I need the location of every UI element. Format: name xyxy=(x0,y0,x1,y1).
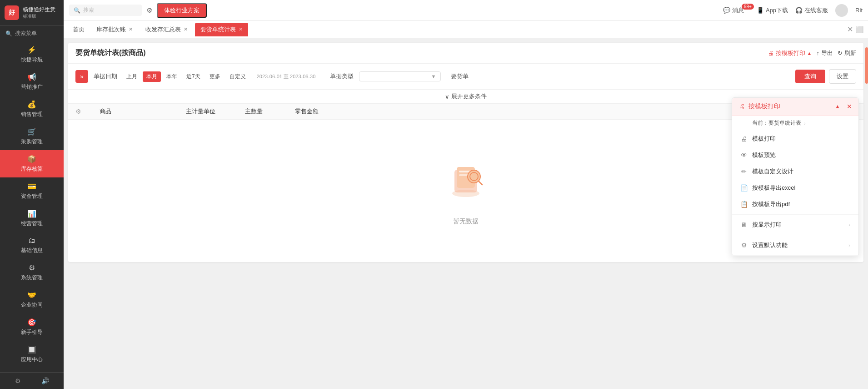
topbar-search[interactable]: 🔍 搜索 xyxy=(69,5,142,16)
message-btn[interactable]: 💬 消息 99+ xyxy=(723,6,749,15)
dropdown-label-template-excel: 按模板导出excel xyxy=(752,184,850,192)
dropdown-item-template-print[interactable]: 🖨 模板打印 xyxy=(732,131,858,147)
sidebar-item-collab[interactable]: 🤝 企业协同 xyxy=(0,286,64,313)
dropdown-item-display-print[interactable]: 🖥 按显示打印 › xyxy=(732,217,858,233)
dropdown-close-icon[interactable]: ✕ xyxy=(847,103,852,110)
avatar[interactable] xyxy=(835,4,848,17)
query-button[interactable]: 查询 xyxy=(795,70,825,83)
dropdown-item-set-default[interactable]: ⚙ 设置默认功能 › xyxy=(732,237,858,253)
dropdown-label-template-print: 模板打印 xyxy=(752,135,850,143)
guide-icon: 🎯 xyxy=(27,318,36,327)
topbar-right: 💬 消息 99+ 📱 App下载 🎧 在线客服 Rit xyxy=(723,4,863,17)
export-button[interactable]: ↑ 导出 xyxy=(817,49,833,57)
sidebar-item-sales[interactable]: 💰 销售管理 xyxy=(0,96,64,123)
sidebar-item-inventory[interactable]: 📦 库存核算 xyxy=(0,150,64,177)
date-btn-cur-year[interactable]: 本年 xyxy=(163,71,181,82)
dropdown-collapse-icon[interactable]: ▲ xyxy=(835,103,840,110)
sidebar-item-marketing[interactable]: 📢 营销推广 xyxy=(0,68,64,96)
filter-expand-btn[interactable]: » xyxy=(75,70,88,83)
display-print-icon: 🖥 xyxy=(740,221,748,228)
promo-button[interactable]: 体验行业方案 xyxy=(157,3,207,18)
message-badge: 99+ xyxy=(742,4,754,10)
doc-type-label: 单据类型 xyxy=(330,72,354,81)
dropdown-current-text: 当前：要货单统计表 xyxy=(752,119,801,127)
refresh-label: 刷新 xyxy=(844,49,856,57)
tab-batch-account-label: 库存批次账 xyxy=(96,25,126,34)
date-label: 单据日期 xyxy=(94,72,117,81)
sidebar-item-apps[interactable]: 🔲 应用中心 xyxy=(0,341,64,368)
tabs-close-all-icon[interactable]: ✕ xyxy=(847,25,853,34)
sidebar-item-purchase[interactable]: 🛒 采购管理 xyxy=(0,123,64,150)
dropdown-item-template-custom[interactable]: ✏ 模板自定义设计 xyxy=(732,163,858,180)
template-print-label: 按模板打印 xyxy=(776,49,805,57)
svg-line-7 xyxy=(479,181,482,185)
sidebar-label-quick-nav: 快捷导航 xyxy=(21,56,43,64)
template-excel-icon: 📄 xyxy=(740,184,748,192)
date-btn-prev-month[interactable]: 上月 xyxy=(123,71,141,82)
main-area: 🔍 搜索 ⚙ 体验行业方案 💬 消息 99+ 📱 App下载 🎧 在线客服 Ri… xyxy=(64,0,868,389)
online-service-btn[interactable]: 🎧 在线客服 xyxy=(795,6,828,15)
page-scrollbar-thumb xyxy=(865,47,868,84)
expand-more-btn[interactable]: ∨ 展开更多条件 xyxy=(445,92,487,101)
display-print-arrow: › xyxy=(848,222,850,227)
sidebar-search[interactable]: 🔍 搜索菜单 xyxy=(0,26,64,41)
dropdown-print-icon: 🖨 xyxy=(738,103,745,110)
collab-icon: 🤝 xyxy=(27,291,36,299)
doc-type-select[interactable]: ▼ xyxy=(359,71,441,81)
sidebar-item-basic[interactable]: 🗂 基础信息 xyxy=(0,232,64,259)
tab-batch-account[interactable]: 库存批次账 ✕ xyxy=(91,23,138,36)
basic-icon: 🗂 xyxy=(28,237,35,245)
page-scrollbar[interactable] xyxy=(865,38,868,389)
date-btn-more[interactable]: 更多 xyxy=(206,71,224,82)
refresh-button[interactable]: ↻ 刷新 xyxy=(838,49,856,57)
dropdown-current: 当前：要货单统计表 › xyxy=(732,116,858,129)
tab-receipt-summary-close[interactable]: ✕ xyxy=(184,26,188,32)
sidebar-item-guide[interactable]: 🎯 新手引导 xyxy=(0,313,64,341)
sidebar-item-finance[interactable]: 💳 资金管理 xyxy=(0,177,64,205)
tabs-maximize-icon[interactable]: ⬜ xyxy=(856,26,863,33)
sales-icon: 💰 xyxy=(27,100,36,109)
topbar-gear-icon[interactable]: ⚙ xyxy=(146,6,152,15)
tab-receipt-summary[interactable]: 收发存汇总表 ✕ xyxy=(140,23,193,36)
app-download-btn[interactable]: 📱 App下载 xyxy=(757,6,788,15)
sidebar-label-inventory: 库存核算 xyxy=(21,165,43,173)
tab-home[interactable]: 首页 xyxy=(68,23,89,36)
dropdown-item-template-pdf[interactable]: 📋 按模板导出pdf xyxy=(732,196,858,212)
template-print-button[interactable]: 🖨 按模板打印 ▲ xyxy=(768,49,812,57)
tab-order-stats[interactable]: 要货单统计表 ✕ xyxy=(195,23,248,36)
table-settings-icon[interactable]: ⚙ xyxy=(75,108,81,115)
sidebar-nav: ⚡ 快捷导航 📢 营销推广 💰 销售管理 🛒 采购管理 📦 库存核算 💳 资金管… xyxy=(0,41,64,372)
sidebar-item-quick-nav[interactable]: ⚡ 快捷导航 xyxy=(0,41,64,68)
tab-order-stats-label: 要货单统计表 xyxy=(200,25,236,34)
tabs-bar: 首页 库存批次账 ✕ 收发存汇总表 ✕ 要货单统计表 ✕ ✕ ⬜ xyxy=(64,21,868,38)
sidebar-item-operation[interactable]: 📊 经营管理 xyxy=(0,205,64,232)
date-btn-cur-month[interactable]: 本月 xyxy=(143,71,161,82)
tabs-right: ✕ ⬜ xyxy=(847,25,863,34)
sidebar-item-system[interactable]: ⚙ 系统管理 xyxy=(0,259,64,286)
date-btn-custom[interactable]: 自定义 xyxy=(226,71,249,82)
order-flag-label: 要货单 xyxy=(451,72,469,81)
tab-home-label: 首页 xyxy=(73,25,85,34)
date-btn-7days[interactable]: 近7天 xyxy=(183,71,204,82)
col-qty: 主数量 xyxy=(245,107,281,116)
username: Rit xyxy=(855,7,863,14)
dropdown-label-display-print: 按显示打印 xyxy=(752,221,844,229)
footer-speaker-btn[interactable]: 🔊 xyxy=(41,377,49,384)
template-print-menu-icon: 🖨 xyxy=(740,135,748,142)
doc-type-arrow-icon: ▼ xyxy=(431,74,436,79)
sidebar-item-wechat[interactable]: 💬 企业微信 xyxy=(0,368,64,372)
dropdown-item-template-excel[interactable]: 📄 按模板导出excel xyxy=(732,180,858,196)
footer-settings-btn[interactable]: ⚙ xyxy=(15,377,21,384)
sidebar-label-purchase: 采购管理 xyxy=(21,138,43,146)
export-label: 导出 xyxy=(821,49,833,57)
system-icon: ⚙ xyxy=(29,263,35,272)
dropdown-item-template-preview[interactable]: 👁 模板预览 xyxy=(732,147,858,163)
dropdown-label-template-preview: 模板预览 xyxy=(752,151,850,159)
sidebar: 好 畅捷通好生意 标准版 🔍 搜索菜单 ⚡ 快捷导航 📢 营销推广 💰 销售管理… xyxy=(0,0,64,389)
sidebar-label-finance: 资金管理 xyxy=(21,192,43,200)
dropdown-section-display: 🖥 按显示打印 › xyxy=(732,215,858,235)
settings-button[interactable]: 设置 xyxy=(829,69,856,84)
tab-batch-account-close[interactable]: ✕ xyxy=(129,26,133,32)
tab-order-stats-close[interactable]: ✕ xyxy=(239,26,243,32)
app-name: 畅捷通好生意 xyxy=(23,6,55,14)
